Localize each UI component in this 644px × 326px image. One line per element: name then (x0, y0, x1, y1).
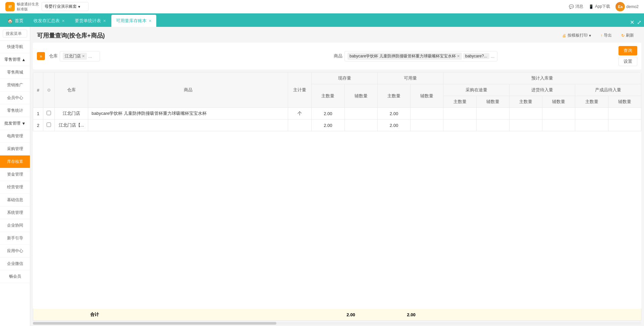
page-actions: 🖨 按模板打印 ▾ ↑ 导出 ↻ 刷新 (559, 31, 637, 40)
horizontal-scrollbar[interactable] (33, 322, 641, 325)
home-icon: 🏠 (7, 18, 13, 24)
sidebar-item-ecommerce[interactable]: 电商管理 (0, 130, 30, 143)
industry-selector[interactable]: 母婴行业演示账套 ▾ (42, 2, 89, 11)
sidebar-item-marketing[interactable]: 营销推广 (0, 79, 30, 92)
th-purchase-group: 采购在途量 (443, 84, 509, 96)
tab-available-inventory[interactable]: 可用量库存账本 ✕ (111, 15, 156, 27)
sidebar-item-enterprise-wechat[interactable]: 企业微信 (0, 258, 30, 270)
tab-receivable[interactable]: 收发存汇总表 ✕ (29, 15, 69, 27)
mobile-icon: 📱 (589, 4, 594, 9)
th-unit: 主计量 (288, 73, 312, 108)
filter-bar: » 仓库 江北门店 ✕ ... 商品 babycare学饮杯 儿童防摔防撞吸管杯… (33, 43, 641, 69)
sidebar-item-enterprise[interactable]: 企业协同 (0, 219, 30, 232)
th-incoming-group: 预计入库量 (443, 73, 641, 84)
sidebar-item-wholesale-mgmt[interactable]: 批发管理 ▼ (0, 117, 30, 130)
avatar: Ea (615, 2, 625, 11)
logo-text: 畅捷通好生意 标准版 (17, 2, 39, 11)
th-available-aux: 辅数量 (411, 84, 443, 108)
close-all-tabs-icon[interactable]: ✕ (630, 19, 634, 26)
query-button[interactable]: 查询 (619, 46, 637, 55)
maximize-icon[interactable]: ⤢ (637, 19, 641, 26)
refresh-button[interactable]: ↻ 刷新 (618, 31, 637, 40)
sidebar-item-app-center[interactable]: 应用中心 (0, 245, 30, 258)
main-layout: 快捷导航 零售管理 ▲ 零售商城 营销推广 会员中心 零售统计 批发管理 ▼ 电… (0, 27, 644, 326)
sidebar-item-retail-stats[interactable]: 零售统计 (0, 104, 30, 117)
sidebar-item-new-guide[interactable]: 新手引导 (0, 232, 30, 245)
cell-warehouse: 江北门店【... (55, 120, 88, 131)
sidebar-item-inventory[interactable]: 库存核算 (0, 155, 30, 168)
th-gear[interactable]: ⚙ (43, 73, 55, 108)
cell-stock-aux (344, 108, 377, 120)
top-bar: 好 畅捷通好生意 标准版 母婴行业演示账套 ▾ 💬 消息 📱 App下载 Ea … (0, 0, 644, 13)
product-tag-1-close[interactable]: ✕ (457, 54, 460, 58)
export-button[interactable]: ↑ 导出 (597, 31, 615, 40)
close-tab-order-stats[interactable]: ✕ (103, 19, 106, 23)
cell-checkbox[interactable] (43, 108, 55, 120)
user-profile[interactable]: Ea demo2 (615, 2, 639, 11)
search-input[interactable] (3, 30, 27, 38)
tab-order-stats[interactable]: 要货单统计表 ✕ (70, 15, 111, 27)
scrollbar-thumb[interactable] (33, 322, 276, 325)
cell-unit: 个 (288, 108, 312, 120)
cell-product: babycare学饮杯 儿童防摔防撞吸管杯重力球吸嘴杯宝宝水杯 (88, 108, 288, 120)
cell-index: 1 (33, 108, 43, 120)
close-tab-receivable[interactable]: ✕ (62, 19, 65, 23)
th-available-group: 可用量 (377, 73, 443, 84)
sidebar-item-operations[interactable]: 经营管理 (0, 181, 30, 194)
table-row: 2江北门店【...2.002.00 (33, 120, 641, 131)
nav-tabs: 🏠 首页 收发存汇总表 ✕ 要货单统计表 ✕ 可用量库存账本 ✕ ✕ ⤢ (0, 13, 644, 27)
cell-incoming-aux (542, 120, 575, 131)
gear-icon[interactable]: ⚙ (47, 88, 51, 93)
warehouse-filter-input[interactable]: 江北门店 ✕ ... (60, 51, 100, 61)
product-more-icon[interactable]: ... (491, 53, 495, 59)
th-product-pending-aux: 辅数量 (608, 96, 641, 108)
cell-purchase-aux (476, 108, 509, 120)
footer-label: 合计 (90, 312, 312, 318)
cell-product-pending-aux (608, 120, 641, 131)
cell-stock-main: 2.00 (312, 120, 344, 131)
th-purchase-aux: 辅数量 (476, 96, 509, 108)
sidebar-search-area (0, 27, 30, 41)
filter-expand-button[interactable]: » (37, 52, 45, 60)
th-stock-aux: 辅数量 (344, 84, 377, 108)
th-available-main: 主数量 (377, 84, 410, 108)
cell-warehouse: 江北门店 (55, 108, 88, 120)
cell-incoming-main (509, 120, 542, 131)
cell-incoming-main (509, 108, 542, 120)
product-tag-1: babycare学饮杯 儿童防摔防撞吸管杯重力球吸嘴杯宝宝水杯 ✕ (347, 53, 462, 60)
settings-button[interactable]: 设置 (619, 57, 637, 66)
sidebar-item-finance[interactable]: 资金管理 (0, 168, 30, 181)
close-tab-available-inventory[interactable]: ✕ (149, 19, 152, 23)
tab-home[interactable]: 🏠 首页 (3, 15, 28, 27)
sidebar-item-retail-mgmt[interactable]: 零售管理 ▲ (0, 53, 30, 66)
top-bar-left: 好 畅捷通好生意 标准版 母婴行业演示账套 ▾ (5, 2, 89, 11)
cell-checkbox[interactable] (43, 120, 55, 131)
nav-tabs-right: ✕ ⤢ (630, 19, 641, 27)
sidebar-item-purchase-mgmt[interactable]: 采购管理 (0, 143, 30, 155)
cell-product (88, 120, 288, 131)
warehouse-tag-close[interactable]: ✕ (82, 54, 85, 58)
warehouse-more-icon[interactable]: ... (88, 53, 92, 59)
sidebar-item-member-center[interactable]: 会员中心 (0, 92, 30, 104)
chevron-down-icon: ▾ (78, 4, 80, 9)
app-download-button[interactable]: 📱 App下载 (589, 4, 610, 9)
cell-product-pending-aux (608, 108, 641, 120)
th-incoming-order-group: 进货待入量 (509, 84, 575, 96)
warehouse-label: 仓库 (49, 53, 58, 59)
sidebar-item-quick-nav[interactable]: 快捷导航 (0, 41, 30, 53)
logo-icon: 好 (5, 2, 15, 11)
sidebar-item-member[interactable]: 畅会员 (0, 270, 30, 283)
print-template-button[interactable]: 🖨 按模板打印 ▾ (559, 31, 594, 40)
cell-index: 2 (33, 120, 43, 131)
product-label: 商品 (334, 53, 342, 59)
sidebar-item-basic-info[interactable]: 基础信息 (0, 194, 30, 206)
sidebar-item-system[interactable]: 系统管理 (0, 206, 30, 219)
filter-actions: 查询 设置 (619, 46, 637, 66)
sidebar-item-retail-mall[interactable]: 零售商城 (0, 66, 30, 79)
cell-available-main: 2.00 (377, 120, 410, 131)
product-filter-input[interactable]: babycare学饮杯 儿童防摔防撞吸管杯重力球吸嘴杯宝宝水杯 ✕ babyca… (344, 51, 497, 61)
chevron-down-icon: ▾ (589, 33, 591, 38)
th-product-pending-group: 产成品待入量 (575, 84, 641, 96)
message-button[interactable]: 💬 消息 (569, 4, 583, 9)
th-product-pending-main: 主数量 (575, 96, 608, 108)
